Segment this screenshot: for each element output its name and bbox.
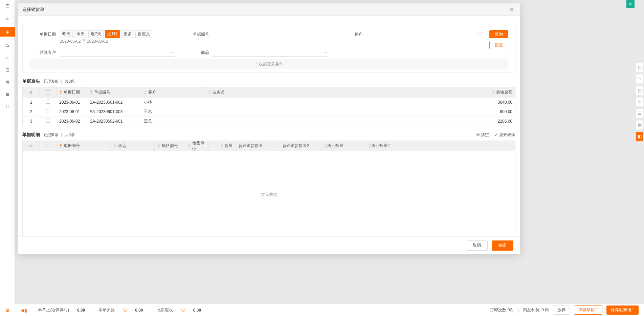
header-section-title: 单据表头 — [22, 78, 40, 84]
footer-collapse-icon[interactable]: ◀▮ — [21, 308, 27, 313]
table-row[interactable]: 2 2023-06-01 SA-20230601-003 王总 600.00 — [23, 107, 515, 117]
clear-icon: ⟲ — [476, 132, 480, 137]
footer-gear-icon[interactable]: ⚙ — [5, 308, 10, 313]
date-quick-month[interactable]: 近1月 — [105, 30, 120, 38]
row-checkbox[interactable] — [46, 100, 50, 104]
detail-section-bar: 单据明细 已选0条 | 共0条 ⟲清空 ⤢展开表体 — [18, 126, 520, 141]
dcol-unit[interactable]: 销售单位 — [192, 140, 206, 152]
expand-icon: ⤢ — [494, 132, 498, 137]
right-tab-7[interactable]: ◧ — [636, 132, 643, 141]
cancel-button[interactable]: 取消 — [466, 240, 488, 251]
sidebar-active-icon[interactable]: ◈ — [0, 27, 15, 37]
dcol-return[interactable]: 普通退货数量 — [239, 143, 263, 149]
page-close-icon[interactable]: ✕ — [626, 0, 635, 8]
dcol-product[interactable]: 商品 — [118, 143, 126, 149]
detail-section-title: 单据明细 — [22, 132, 40, 138]
detail-table: ⚙ ▲▼单据编号 ▲▼商品 ▲▼规格型号 ▲▼销售单位 ▲▼数量 普通退货数量 … — [22, 141, 515, 236]
query-button[interactable]: 查询 — [489, 30, 508, 38]
col-salesperson[interactable]: 业务员 — [213, 89, 225, 95]
this-owe-value: 0.00 — [135, 308, 143, 313]
date-quick-more[interactable]: 更多 — [121, 30, 134, 38]
chevron-up-icon: ⌃ — [254, 62, 258, 66]
header-table-head: ⚙ ▲▼单据日期 ▲▼单据编号 ▲▼客户 ▲▼业务员 ▲▼实销金额 — [23, 87, 515, 98]
date-quick-custom[interactable]: 自定义 — [135, 30, 152, 38]
header-section-bar: 单据表头 已选0条 | 共3条 — [18, 73, 520, 87]
page-footer: ⚙ ◀▮ 本单上欠(保存时) 0.00 本单欠款 ⓘ 0.00 此后应收 ⓘ 0… — [0, 304, 644, 316]
date-quick-week[interactable]: 近7天 — [88, 30, 104, 38]
customer-more-icon[interactable]: ··· — [477, 31, 481, 36]
modal-header: 选择销货单 ✕ — [18, 3, 520, 16]
filter-settle-label: 结算客户 — [29, 48, 60, 56]
discard-button[interactable]: 放弃 — [553, 306, 570, 315]
right-tab-4[interactable]: ✎ — [636, 97, 643, 107]
filter-date-label: 单据日期 — [29, 30, 60, 37]
row-checkbox[interactable] — [46, 109, 50, 113]
gear-icon[interactable]: ⚙ — [29, 144, 33, 148]
prev-owe-value: 0.00 — [77, 308, 85, 313]
col-date[interactable]: 单据日期 — [64, 89, 80, 95]
collapse-conditions[interactable]: ⌃ 收起更多条件 — [29, 59, 508, 69]
left-sidebar: ☰ ⌂ ◈ 🗀 ⌂ ◫ ▤ ▦ ◌ — [0, 0, 15, 316]
save-draft-button[interactable]: 保存草稿 ˄ — [574, 306, 602, 315]
setup-button[interactable]: 设置 — [489, 41, 508, 49]
date-quick-yesterday[interactable]: 昨天 — [60, 30, 73, 38]
sidebar-case-icon[interactable]: ◫ — [4, 66, 11, 73]
settle-customer-input[interactable] — [60, 48, 175, 57]
sidebar-bag-icon[interactable]: 🗀 — [4, 42, 11, 49]
print-label: 打印次数: — [490, 308, 507, 312]
dcol-qty[interactable]: 数量 — [225, 143, 233, 149]
detail-table-head: ⚙ ▲▼单据编号 ▲▼商品 ▲▼规格型号 ▲▼销售单位 ▲▼数量 普通退货数量 … — [23, 141, 515, 151]
right-tab-1[interactable]: ◫ — [636, 63, 643, 72]
goods-value: 0 种 — [541, 308, 549, 312]
product-input[interactable] — [213, 48, 328, 57]
sidebar-doc-icon[interactable]: ▤ — [4, 79, 11, 85]
filter-settle-customer: 结算客户 ··· — [29, 48, 175, 57]
prev-owe-label: 本单上欠(保存时) — [38, 307, 69, 313]
dcol-no[interactable]: 单据编号 — [64, 143, 80, 149]
dcol-exec[interactable]: 可执行数量 — [323, 143, 343, 149]
right-tab-5[interactable]: ☰ — [636, 109, 643, 118]
date-range-text: 2023-05-02 至 2023-06-02 — [60, 39, 175, 44]
print-value: 0次 — [508, 308, 514, 312]
row-checkbox[interactable] — [46, 119, 50, 123]
close-icon[interactable]: ✕ — [508, 6, 515, 13]
product-more-icon[interactable]: ··· — [324, 50, 328, 55]
filter-product: 商品 ··· — [183, 48, 328, 57]
right-tab-2[interactable]: ♡ — [636, 74, 643, 84]
right-tab-6[interactable]: ▤ — [636, 120, 643, 130]
select-all-checkbox[interactable] — [46, 144, 50, 148]
confirm-button[interactable]: 确定 — [492, 240, 513, 251]
sidebar-table-icon[interactable]: ▦ — [4, 91, 11, 98]
receivable-label: 此后应收 — [157, 307, 173, 313]
col-no[interactable]: 单据编号 — [94, 89, 110, 95]
filter-panel: 单据日期 昨天 今天 近7天 近1月 更多 自定义 2023-05-02 至 2… — [22, 24, 515, 73]
col-amount[interactable]: 实销金额 — [496, 89, 512, 95]
sidebar-home-icon[interactable]: ⌂ — [4, 15, 11, 22]
col-customer[interactable]: 客户 — [148, 89, 156, 95]
clear-button[interactable]: ⟲清空 — [476, 132, 489, 138]
sidebar-house-icon[interactable]: ⌂ — [4, 54, 11, 61]
header-table: ⚙ ▲▼单据日期 ▲▼单据编号 ▲▼客户 ▲▼业务员 ▲▼实销金额 1 2023… — [22, 87, 515, 126]
dcol-return2[interactable]: 普通退货数量2 — [283, 143, 309, 149]
doc-no-input[interactable] — [213, 30, 328, 38]
table-row[interactable]: 1 2023-06-01 SA-20230601-002 小林 3640.00 — [23, 98, 515, 107]
save-new-button[interactable]: 保存改新增 ˄ — [606, 306, 639, 315]
filter-date: 单据日期 昨天 今天 近7天 近1月 更多 自定义 2023-05-02 至 2… — [29, 30, 175, 44]
select-all-checkbox[interactable] — [46, 90, 50, 94]
dcol-spec[interactable]: 规格型号 — [162, 143, 178, 149]
customer-input[interactable] — [367, 30, 481, 38]
right-tab-3[interactable]: ◫ — [636, 86, 643, 95]
table-row[interactable]: 3 2023-06-02 SA-20230602-001 王总 2286.00 — [23, 117, 515, 126]
sidebar-refresh-icon[interactable]: ◌ — [4, 103, 11, 110]
date-quick-today[interactable]: 今天 — [74, 30, 87, 38]
detail-empty-text: 暂无数据 — [23, 151, 515, 236]
sidebar-menu-icon[interactable]: ☰ — [4, 3, 11, 9]
settle-more-icon[interactable]: ··· — [170, 50, 175, 55]
gear-icon[interactable]: ⚙ — [29, 90, 33, 95]
dcol-exec2[interactable]: 可执行数量2 — [367, 143, 390, 149]
modal-footer: 取消 确定 — [18, 236, 520, 254]
expand-body-button[interactable]: ⤢展开表体 — [494, 132, 515, 138]
modal-title: 选择销货单 — [22, 6, 44, 13]
filter-customer: 客户 ··· — [336, 30, 481, 38]
header-section-count: 已选0条 | 共3条 — [44, 79, 75, 84]
